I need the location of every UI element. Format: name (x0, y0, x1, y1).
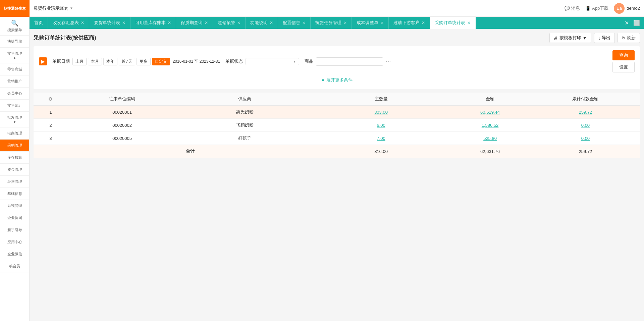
tab-close-all-button[interactable]: ✕ (622, 18, 631, 28)
tab-overstock-warning-close[interactable]: ✕ (237, 20, 240, 25)
sidebar-item-retail[interactable]: 零售管理 ▲ (0, 48, 29, 63)
sidebar-item-ecommerce[interactable]: 电商管理 (0, 127, 29, 140)
row-amount[interactable]: 1,586.52 (449, 119, 531, 132)
tab-expiry-query[interactable]: 保质期查询 ✕ (176, 17, 213, 29)
sidebar-item-system[interactable]: 系统管理 (0, 200, 29, 212)
row-supplier: 飞鹤奶粉 (177, 119, 313, 132)
table-row[interactable]: 2 00020002 飞鹤奶粉 6.00 1,586.52 0.00 (34, 119, 640, 132)
row-paid[interactable]: 259.72 (531, 106, 640, 119)
date-this-month-button[interactable]: 本月 (88, 58, 102, 65)
sidebar-item-wechat[interactable]: 企业微信 (0, 248, 29, 260)
message-button[interactable]: 💬 消息 (565, 5, 580, 11)
app-download-button[interactable]: 📱 App下载 (585, 5, 608, 11)
tab-goods-summary[interactable]: 要货单统计表 ✕ (89, 17, 130, 29)
tab-usable-inventory-close[interactable]: ✕ (168, 20, 171, 25)
row-index: 1 (34, 106, 68, 119)
tab-receive-summary[interactable]: 收发存汇总表 ✕ (48, 17, 89, 29)
user-menu[interactable]: Ea demo2 (614, 3, 640, 14)
sidebar-item-purchase[interactable]: 采购管理 (0, 140, 29, 152)
row-amount[interactable]: 60,519.44 (449, 106, 531, 119)
sidebar-item-operations[interactable]: 经营管理 (0, 176, 29, 188)
tab-overstock-warning[interactable]: 超储预警 ✕ (213, 17, 246, 29)
tab-purchase-summary-close[interactable]: ✕ (467, 20, 471, 25)
filter-toggle-button[interactable]: ▶ (39, 57, 47, 65)
tab-invite-downstream[interactable]: 邀请下游客户 ✕ (389, 17, 430, 29)
row-index: 3 (34, 132, 68, 145)
sidebar-item-quick-nav[interactable]: 快捷导航 (0, 36, 29, 48)
app-label: App下载 (592, 5, 608, 11)
date-more-button[interactable]: 更多 (137, 58, 151, 65)
row-quantity[interactable]: 303.00 (313, 106, 449, 119)
tab-receive-summary-close[interactable]: ✕ (81, 20, 84, 25)
message-icon: 💬 (565, 6, 570, 11)
sidebar-item-retail-stats[interactable]: 零售统计 (0, 100, 29, 112)
tab-config-info-label: 配置信息 (283, 20, 300, 26)
page-actions: 🖨 按模板打印 ▼ ↓ 导出 ↻ 刷新 (549, 33, 640, 43)
tab-cost-adjust-close[interactable]: ✕ (380, 20, 384, 25)
row-code: 00020001 (68, 106, 177, 119)
tab-config-info[interactable]: 配置信息 ✕ (278, 17, 311, 29)
date-filter-group: 单据日期 上月 本月 本年 近7天 更多 自定义 2016-01-01 至 20… (52, 58, 220, 65)
tab-config-info-close[interactable]: ✕ (302, 20, 306, 25)
export-button[interactable]: ↓ 导出 (594, 33, 615, 43)
sidebar-item-app-center[interactable]: 应用中心 (0, 236, 29, 248)
row-supplier: 惠氏奶粉 (177, 106, 313, 119)
tab-purchase-summary[interactable]: 采购订单统计表 ✕ (430, 17, 476, 29)
tab-usable-inventory[interactable]: 可用量库存账本 ✕ (130, 17, 176, 29)
row-quantity[interactable]: 6.00 (313, 119, 449, 132)
tab-cost-adjust[interactable]: 成本调整单 ✕ (352, 17, 389, 29)
row-paid[interactable]: 0.00 (531, 119, 640, 132)
column-settings-icon[interactable]: ⚙ (48, 96, 53, 102)
sidebar-item-search[interactable]: 🔍 搜索菜单 (0, 17, 29, 36)
table-row[interactable]: 3 00020005 好孩子 7.00 525.80 0.00 (34, 132, 640, 145)
template-print-button[interactable]: 🖨 按模板打印 ▼ (549, 33, 591, 43)
sidebar-item-retail-shop[interactable]: 零售商城 (0, 63, 29, 75)
date-last-month-button[interactable]: 上月 (72, 58, 87, 65)
row-paid[interactable]: 0.00 (531, 132, 640, 145)
sidebar-item-guide[interactable]: 新手引导 (0, 224, 29, 236)
sidebar-item-member[interactable]: 会员中心 (0, 88, 29, 100)
query-button[interactable]: 查询 (612, 50, 635, 60)
print-icon: 🖨 (554, 36, 558, 41)
username: demo2 (627, 6, 640, 11)
tab-pick-task[interactable]: 拣货任务管理 ✕ (311, 17, 352, 29)
account-switcher[interactable]: 母婴行业演示账套 ▼ (34, 5, 73, 11)
tab-invite-downstream-close[interactable]: ✕ (422, 20, 425, 25)
tab-expiry-query-close[interactable]: ✕ (205, 20, 208, 25)
status-select[interactable]: ▼ (246, 58, 299, 65)
refresh-button[interactable]: ↻ 刷新 (618, 33, 640, 43)
expand-more-button[interactable]: ▼ 展开更多条件 (319, 75, 355, 85)
footer-label: 合计 (68, 145, 313, 158)
sidebar-item-basic[interactable]: 基础信息 (0, 188, 29, 200)
col-amount-header: 金额 (449, 93, 531, 106)
footer-paid: 259.72 (531, 145, 640, 158)
tab-func-desc[interactable]: 功能说明 ✕ (246, 17, 278, 29)
status-filter-label: 单据状态 (225, 58, 243, 64)
logo: 畅捷通好生意 (0, 0, 30, 17)
sidebar-item-enterprise[interactable]: 企业协同 (0, 212, 29, 224)
topbar-right: 💬 消息 📱 App下载 Ea demo2 (565, 3, 640, 14)
tab-func-desc-close[interactable]: ✕ (270, 20, 273, 25)
tab-goods-summary-close[interactable]: ✕ (122, 20, 125, 25)
sidebar-item-inventory[interactable]: 库存核算 (0, 152, 29, 164)
table-footer-row: 合计 316.00 62,631.76 259.72 (34, 145, 640, 158)
row-amount[interactable]: 525.80 (449, 132, 531, 145)
footer-amount: 62,631.76 (449, 145, 531, 158)
sidebar-item-wholesale[interactable]: 批发管理 ▼ (0, 112, 29, 127)
tab-maximize-button[interactable]: ⬜ (632, 18, 641, 28)
date-custom-button[interactable]: 自定义 (152, 58, 170, 65)
tab-pick-task-close[interactable]: ✕ (343, 20, 347, 25)
goods-search-input[interactable] (316, 57, 383, 66)
settings-button[interactable]: 设置 (612, 62, 635, 72)
sidebar-item-vip[interactable]: 畅会员 (0, 260, 29, 272)
date-this-year-button[interactable]: 本年 (103, 58, 117, 65)
sidebar-item-marketing[interactable]: 营销推广 (0, 75, 29, 88)
goods-more-button[interactable]: ··· (386, 58, 391, 65)
sidebar-item-finance[interactable]: 资金管理 (0, 164, 29, 176)
tab-invite-downstream-label: 邀请下游客户 (393, 20, 420, 26)
tab-home[interactable]: 首页 (30, 17, 48, 29)
topbar: 母婴行业演示账套 ▼ 💬 消息 📱 App下载 Ea demo2 (30, 0, 644, 17)
table-row[interactable]: 1 00020001 惠氏奶粉 303.00 60,519.44 259.72 (34, 106, 640, 119)
row-quantity[interactable]: 7.00 (313, 132, 449, 145)
date-7days-button[interactable]: 近7天 (119, 58, 135, 65)
